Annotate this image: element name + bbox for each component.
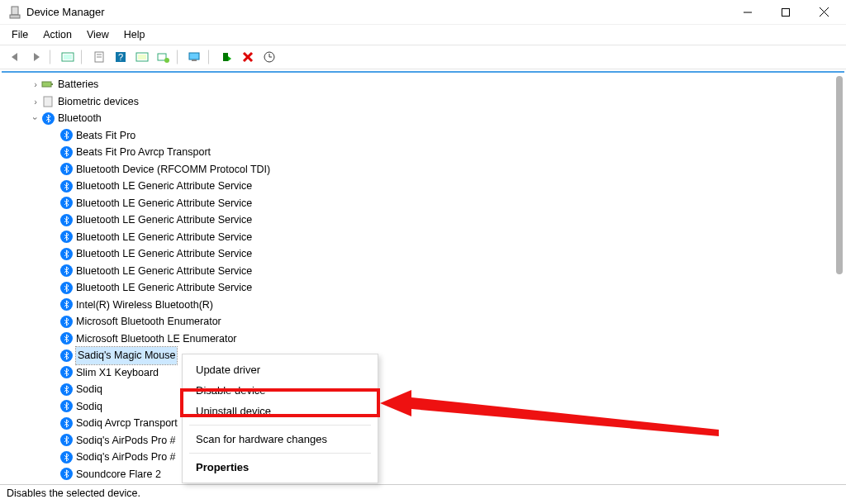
- tree-item-label: Sodiq: [76, 381, 102, 398]
- bluetooth-icon: [59, 247, 73, 260]
- tree-item-label: Beats Fit Pro: [76, 127, 135, 145]
- action-button[interactable]: [132, 47, 152, 67]
- tree-item[interactable]: Bluetooth LE Generic Attribute Service: [13, 212, 844, 229]
- bluetooth-icon: [59, 468, 73, 481]
- toolbar: ?: [0, 45, 846, 69]
- menubar: File Action View Help: [0, 25, 846, 45]
- bluetooth-icon: [59, 281, 73, 294]
- minimize-button[interactable]: [729, 0, 767, 25]
- tree-item[interactable]: Microsoft Bluetooth Enumerator: [13, 313, 844, 330]
- tree-item[interactable]: Microsoft Bluetooth LE Enumerator: [13, 330, 844, 348]
- toolbar-separator: [50, 50, 55, 64]
- bluetooth-icon: [59, 179, 73, 193]
- tree-item[interactable]: Bluetooth LE Generic Attribute Service: [13, 195, 844, 212]
- bluetooth-icon: [59, 264, 73, 278]
- maximize-button[interactable]: [767, 0, 805, 25]
- svg-rect-25: [44, 97, 52, 107]
- tree-item[interactable]: Bluetooth LE Generic Attribute Service: [13, 263, 844, 280]
- tree-item[interactable]: Bluetooth LE Generic Attribute Service: [13, 279, 844, 297]
- scrollbar-thumb[interactable]: [836, 76, 843, 274]
- forward-button[interactable]: [26, 47, 46, 67]
- ctx-separator: [189, 425, 371, 426]
- show-hidden-button[interactable]: [58, 47, 78, 67]
- tree-item[interactable]: Bluetooth Device (RFCOMM Protocol TDI): [13, 161, 844, 178]
- ctx-update-driver[interactable]: Update driver: [183, 359, 378, 380]
- tree-item[interactable]: Beats Fit Pro Avrcp Transport: [13, 144, 844, 161]
- update-button[interactable]: [259, 47, 279, 67]
- menu-view[interactable]: View: [80, 27, 116, 42]
- tree-item[interactable]: Intel(R) Wireless Bluetooth(R): [13, 297, 844, 314]
- tree-item-label: Bluetooth LE Generic Attribute Service: [76, 245, 252, 263]
- tree-category-bluetooth[interactable]: ›Bluetooth: [13, 110, 844, 127]
- menu-file[interactable]: File: [5, 27, 35, 42]
- tree-item[interactable]: Beats Fit Pro: [13, 127, 844, 145]
- tree-label: Biometric devices: [58, 93, 139, 111]
- tree-item[interactable]: Slim X1 Keyboard: [13, 364, 844, 382]
- tree-category-batteries[interactable]: ›Batteries: [13, 76, 844, 93]
- bluetooth-icon: [59, 145, 73, 159]
- ctx-separator: [189, 453, 371, 454]
- bluetooth-icon: [59, 349, 73, 362]
- tree-item-label: Bluetooth Device (RFCOMM Protocol TDI): [76, 161, 270, 178]
- ctx-uninstall-device[interactable]: Uninstall device: [183, 401, 378, 421]
- device-tree[interactable]: ›Batteries›Biometric devices›BluetoothBe…: [2, 73, 844, 481]
- menu-help[interactable]: Help: [117, 27, 152, 42]
- tree-item[interactable]: Soundcore Flare 2: [13, 466, 844, 482]
- tree-item[interactable]: Sadiq's Magic Mouse: [13, 347, 844, 364]
- tree-item[interactable]: Sodiq Avrcp Transport: [13, 415, 844, 432]
- bluetooth-icon: [59, 231, 73, 244]
- bluetooth-icon: [59, 129, 73, 142]
- tree-item-label: Sadiq's Magic Mouse: [76, 347, 177, 364]
- chevron-right-icon: ›: [30, 76, 41, 93]
- tree-item[interactable]: Sodiq's AirPods Pro #: [13, 432, 844, 449]
- svg-rect-18: [192, 59, 197, 61]
- app-icon: [8, 6, 21, 19]
- tree-item[interactable]: Sodiq: [13, 381, 844, 398]
- battery-icon: [41, 78, 55, 91]
- monitor-button[interactable]: [185, 47, 205, 67]
- tree-item[interactable]: Bluetooth LE Generic Attribute Service: [13, 178, 844, 195]
- enable-button[interactable]: [216, 47, 236, 67]
- svg-rect-14: [138, 55, 146, 59]
- bluetooth-icon: [59, 450, 73, 464]
- titlebar: Device Manager: [0, 0, 846, 25]
- help-button[interactable]: ?: [111, 47, 131, 67]
- ctx-disable-device[interactable]: Disable device: [183, 380, 378, 401]
- bluetooth-icon: [41, 112, 55, 125]
- tree-item[interactable]: Sodiq: [13, 398, 844, 416]
- tree-item[interactable]: Bluetooth LE Generic Attribute Service: [13, 229, 844, 246]
- tree-item-label: Intel(R) Wireless Bluetooth(R): [76, 297, 213, 314]
- vertical-scrollbar[interactable]: [831, 76, 843, 471]
- tree-item-label: Bluetooth LE Generic Attribute Service: [76, 279, 252, 297]
- bluetooth-icon: [59, 416, 73, 430]
- bluetooth-icon: [59, 213, 73, 226]
- tree-item-label: Microsoft Bluetooth Enumerator: [76, 313, 221, 330]
- tree-item-label: Sodiq Avrcp Transport: [76, 415, 178, 432]
- tree-item-label: Microsoft Bluetooth LE Enumerator: [76, 330, 237, 348]
- close-button[interactable]: [805, 0, 843, 25]
- statusbar-text: Disables the selected device.: [7, 487, 140, 499]
- uninstall-button[interactable]: [238, 47, 258, 67]
- statusbar: Disables the selected device.: [0, 484, 846, 504]
- svg-rect-7: [64, 55, 72, 59]
- tree-item[interactable]: Bluetooth LE Generic Attribute Service: [13, 245, 844, 263]
- tree-item[interactable]: Sodiq's AirPods Pro #: [13, 449, 844, 466]
- tree-label: Bluetooth: [58, 110, 102, 127]
- svg-point-16: [164, 58, 169, 63]
- bluetooth-icon: [59, 163, 73, 176]
- bluetooth-icon: [59, 315, 73, 328]
- ctx-scan-hardware[interactable]: Scan for hardware changes: [183, 429, 378, 449]
- tree-item-label: Slim X1 Keyboard: [76, 364, 159, 382]
- properties-button[interactable]: [89, 47, 109, 67]
- ctx-properties[interactable]: Properties: [183, 457, 378, 478]
- scan-button[interactable]: [154, 47, 173, 67]
- tree-category-biometric[interactable]: ›Biometric devices: [13, 93, 844, 111]
- bluetooth-icon: [59, 434, 73, 447]
- back-button[interactable]: [5, 47, 25, 67]
- svg-rect-1: [10, 15, 20, 18]
- tree-item-label: Sodiq: [76, 398, 102, 416]
- bluetooth-icon: [59, 366, 73, 379]
- svg-rect-23: [42, 82, 51, 87]
- menu-action[interactable]: Action: [36, 27, 78, 42]
- tree-item-label: Sodiq's AirPods Pro #: [76, 432, 176, 449]
